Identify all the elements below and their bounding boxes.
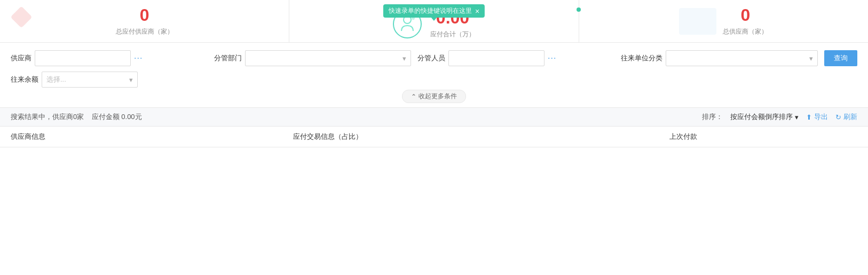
export-icon: ⬆ [806,113,812,121]
result-summary: 搜索结果中，供应商0家 应付金额 0.00元 [11,112,142,122]
total-payable-label: 总应付供应商（家） [116,27,173,36]
total-supplier-label: 总供应商（家） [723,27,768,36]
department-label: 分管部门 [214,53,242,63]
tooltip-text: 快速录单的快捷键说明在这里 [389,6,472,15]
unit-class-chevron-icon: ▾ [809,54,813,62]
table-body [0,147,868,254]
person-input[interactable] [448,50,545,66]
unit-class-label: 往来单位分类 [621,53,662,63]
department-chevron-icon: ▾ [403,54,406,62]
collapse-button[interactable]: ⌃ 收起更多条件 [402,90,466,103]
filter-row-second: 往来余额 选择... ▾ [11,72,857,88]
stat-payable-total: 快速录单的快捷键说明在这里 × 0.00 应付合计（万） [289,0,579,42]
sort-select[interactable]: 按应付会额倒序排序 ▾ [730,112,799,122]
col-transaction-header: 应付交易信息（占比） [293,132,669,142]
stat-total-supplier: 0 总供应商（家） [579,0,868,42]
filter-bar: 供应商 ··· 分管部门 ▾ 分管人员 ··· 往来单位分类 ▾ [0,43,868,108]
filter-balance: 往来余额 选择... ▾ [11,72,182,88]
payable-total-label: 应付合计（万） [430,30,475,39]
person-dots-btn[interactable]: ··· [548,53,556,63]
export-button[interactable]: ⬆ 导出 [806,112,828,122]
balance-chevron-icon: ▾ [129,76,133,84]
total-payable-number: 0 [140,6,149,25]
collapse-bar: ⌃ 收起更多条件 [11,90,857,103]
shortcut-tooltip: 快速录单的快捷键说明在这里 × [383,4,485,18]
supplier-input[interactable] [35,50,131,66]
refresh-button[interactable]: ↻ 刷新 [835,112,857,122]
filter-supplier: 供应商 ··· [11,50,208,66]
result-bar: 搜索结果中，供应商0家 应付金额 0.00元 排序： 按应付会额倒序排序 ▾ ⬆… [0,108,868,127]
col-lastpay-header: 上次付款 [669,132,857,142]
department-select[interactable]: ▾ [245,50,411,66]
filter-person: 分管人员 ··· [417,50,614,66]
refresh-icon: ↻ [835,113,841,121]
result-text: 搜索结果中，供应商0家 [11,113,84,121]
table-header: 供应商信息 应付交易信息（占比） 上次付款 [0,127,868,147]
supplier-image-placeholder [679,8,716,35]
collapse-label: 收起更多条件 [419,92,457,101]
sort-chevron-icon: ▾ [795,113,799,121]
export-label: 导出 [814,112,828,122]
person-label: 分管人员 [417,53,445,63]
diamond-logo-icon: 米 [10,5,33,29]
filter-row-first: 供应商 ··· 分管部门 ▾ 分管人员 ··· 往来单位分类 ▾ [11,50,857,66]
col-supplier-header: 供应商信息 [11,132,293,142]
tooltip-close-btn[interactable]: × [475,7,479,15]
unit-class-select[interactable]: ▾ [666,50,818,66]
query-button[interactable]: 查询 [824,50,857,66]
supplier-dots-btn[interactable]: ··· [134,53,143,63]
sort-value: 按应付会额倒序排序 [730,112,793,122]
filter-unit-class: 往来单位分类 ▾ [621,50,818,66]
balance-placeholder: 选择... [46,75,66,84]
collapse-arrow-icon: ⌃ [411,93,416,100]
total-supplier-number: 0 [740,6,750,25]
supplier-label: 供应商 [11,53,31,63]
result-amount: 应付金额 0.00元 [92,113,142,121]
svg-text:米: 米 [18,14,25,20]
balance-select[interactable]: 选择... ▾ [42,72,138,88]
result-bar-right: 排序： 按应付会额倒序排序 ▾ ⬆ 导出 ↻ 刷新 [702,112,857,122]
tooltip-dot [577,7,581,12]
stats-bar: 米 0 总应付供应商（家） 快速录单的快捷键说明在这里 × [0,0,868,43]
stat-total-payable: 米 0 总应付供应商（家） [0,0,289,42]
balance-label: 往来余额 [11,75,38,84]
sort-label: 排序： [702,112,723,122]
filter-department: 分管部门 ▾ [214,50,411,66]
refresh-label: 刷新 [843,112,857,122]
